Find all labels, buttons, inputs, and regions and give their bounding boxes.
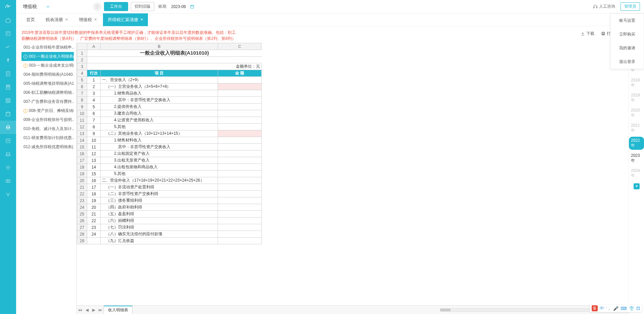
close-icon[interactable]: ✕ <box>65 17 68 22</box>
item-cell[interactable]: 二、营业外收入（17+18+19+20+21+22+23+24+25+26） <box>101 177 218 184</box>
admin-menu-item[interactable]: 退出登录 <box>611 55 644 69</box>
row-header[interactable]: 3 <box>77 63 87 70</box>
row-header[interactable]: 8 <box>77 97 87 104</box>
item-cell[interactable]: 2.提供劳务收入 <box>101 104 218 110</box>
year-item[interactable]: 2023年 <box>629 152 644 165</box>
form-list-item[interactable]: 004-期间费用明细表(A1040... <box>21 70 74 79</box>
nav-doc-icon[interactable] <box>0 67 16 80</box>
item-cell[interactable]: （一）主营业务收入（3+5+6+7+8） <box>101 83 218 90</box>
row-header[interactable]: 23 <box>77 197 87 204</box>
amount-cell[interactable] <box>218 97 262 104</box>
line-number-cell[interactable]: 14 <box>87 164 101 171</box>
amount-cell[interactable] <box>218 117 262 124</box>
amount-cell[interactable] <box>218 171 262 177</box>
item-cell[interactable]: 5.其他 <box>101 171 218 177</box>
row-header[interactable]: 16 <box>77 150 87 157</box>
page-tab[interactable]: 首页 <box>21 13 40 26</box>
line-number-cell[interactable]: 10 <box>87 137 101 144</box>
row-header[interactable]: 11 <box>77 117 87 124</box>
item-cell[interactable]: （二）其他业务收入（10+12+13+14+15） <box>101 130 218 137</box>
line-number-cell[interactable]: 8 <box>87 124 101 130</box>
period-value[interactable]: 2023-09 <box>171 4 186 9</box>
item-cell[interactable]: （八）确实无法偿付的应付款项 <box>101 231 218 238</box>
amount-cell[interactable] <box>218 217 262 224</box>
year-item[interactable]: 2024年 <box>629 167 644 180</box>
nav-settings-icon[interactable] <box>0 161 16 174</box>
consult-link[interactable]: 人工咨询 <box>590 2 618 11</box>
line-number-cell[interactable]: 7 <box>87 117 101 124</box>
form-list-item[interactable]: !003-一般企业成本支出明细... <box>21 61 74 70</box>
line-number-cell[interactable]: 16 <box>87 177 101 184</box>
line-number-cell[interactable]: 13 <box>87 157 101 164</box>
sheet-tab[interactable]: 收入明细表 <box>104 306 132 314</box>
item-cell[interactable]: 一、营业收入（2+9） <box>101 77 218 83</box>
amount-cell[interactable] <box>218 83 262 90</box>
admin-menu-item[interactable]: 账号设置 <box>611 14 644 27</box>
close-icon[interactable]: ✕ <box>140 17 143 22</box>
row-header[interactable]: 15 <box>77 144 87 150</box>
chevron-down-icon[interactable] <box>46 4 50 9</box>
row-header[interactable]: 17 <box>77 157 87 164</box>
form-list-item[interactable]: !008-资产折旧、摊销及纳税... <box>21 106 74 115</box>
form-list-item[interactable]: 007-广告费和业务宣传费跨... <box>21 97 74 106</box>
amount-cell[interactable] <box>218 238 262 244</box>
close-icon[interactable]: ✕ <box>94 17 97 22</box>
row-header[interactable]: 9 <box>77 104 87 110</box>
form-list-item[interactable]: !002-一般企业收入明细表(A1... <box>21 52 74 61</box>
amount-cell[interactable] <box>218 224 262 231</box>
row-header[interactable]: 13 <box>77 130 87 137</box>
line-number-cell[interactable]: 1 <box>87 77 101 83</box>
line-number-cell[interactable]: 24 <box>87 231 101 238</box>
sheet-nav-next-icon[interactable]: ▶ <box>90 308 97 312</box>
sheet-nav-first-icon[interactable]: ⏮ <box>77 308 84 312</box>
year-item[interactable]: 2022年 <box>629 137 644 150</box>
line-number-cell[interactable]: 11 <box>87 144 101 150</box>
line-number-cell[interactable]: 18 <box>87 191 101 197</box>
line-number-cell[interactable]: 23 <box>87 224 101 231</box>
amount-cell[interactable] <box>218 124 262 130</box>
item-cell[interactable]: 其中：非货币性资产交换收入 <box>101 144 218 150</box>
line-number-cell[interactable]: 21 <box>87 211 101 217</box>
line-number-cell[interactable]: 6 <box>87 110 101 117</box>
amount-cell[interactable] <box>218 211 262 217</box>
item-cell[interactable]: 3.出租无形资产收入 <box>101 157 218 164</box>
item-cell[interactable]: 3.建造合同收入 <box>101 110 218 117</box>
page-tab[interactable]: 所得税汇算清缴✕ <box>103 13 148 26</box>
page-tab[interactable]: 增值税✕ <box>74 13 102 26</box>
row-header[interactable]: 5 <box>77 77 87 83</box>
row-header[interactable]: 29 <box>77 238 87 244</box>
item-cell[interactable]: （二）非货币性资产交换利得 <box>101 191 218 197</box>
form-list-item[interactable]: 001-企业所得税年度纳税申... <box>21 43 74 52</box>
year-item[interactable]: 2020年 <box>629 107 644 120</box>
line-number-cell[interactable]: 4 <box>87 97 101 104</box>
form-list-item[interactable]: 009-企业所得税弥补亏损明... <box>21 115 74 124</box>
nav-inbox-icon[interactable] <box>0 147 16 161</box>
year-item[interactable]: 2018年 <box>629 76 644 89</box>
form-list-item[interactable]: 010-免税、减计收入及加计... <box>21 124 74 133</box>
line-number-cell[interactable]: 2 <box>87 83 101 90</box>
form-list-item[interactable]: 011-研发费用加计扣除优惠... <box>21 133 74 142</box>
workspace-button[interactable]: 工作台 <box>104 2 128 11</box>
nav-tax-icon[interactable] <box>0 121 16 134</box>
item-cell[interactable]: 1.销售商品收入 <box>101 90 218 97</box>
item-cell[interactable]: （四）政府补助利得 <box>101 204 218 211</box>
form-list-item[interactable]: 006-职工薪酬纳税调整明细... <box>21 88 74 97</box>
item-cell[interactable]: （三）债务重组利得 <box>101 197 218 204</box>
amount-cell[interactable] <box>218 110 262 117</box>
admin-menu-item[interactable]: 我的邀请 <box>611 41 644 55</box>
amount-cell[interactable] <box>218 184 262 191</box>
sheet-nav-prev-icon[interactable]: ◀ <box>84 308 90 312</box>
year-more-icon[interactable] <box>634 183 640 189</box>
line-number-cell[interactable] <box>87 238 101 244</box>
download-button[interactable]: 下载 <box>577 29 598 38</box>
admin-menu-item[interactable]: 立即购买 <box>611 27 644 41</box>
item-cell[interactable]: 5.其他 <box>101 124 218 130</box>
form-list-item[interactable]: 012-减免所得税优惠明细表(... <box>21 142 74 151</box>
nav-money-icon[interactable] <box>0 54 16 67</box>
row-header[interactable]: 25 <box>77 211 87 217</box>
amount-cell[interactable] <box>218 164 262 171</box>
amount-cell[interactable] <box>218 137 262 144</box>
sheet-scroll[interactable]: ABC1一般企业收入明细表(A101010)23金额单位：元4行次项 目金 额5… <box>77 43 644 305</box>
row-header[interactable]: 7 <box>77 90 87 97</box>
amount-cell[interactable] <box>218 130 262 137</box>
